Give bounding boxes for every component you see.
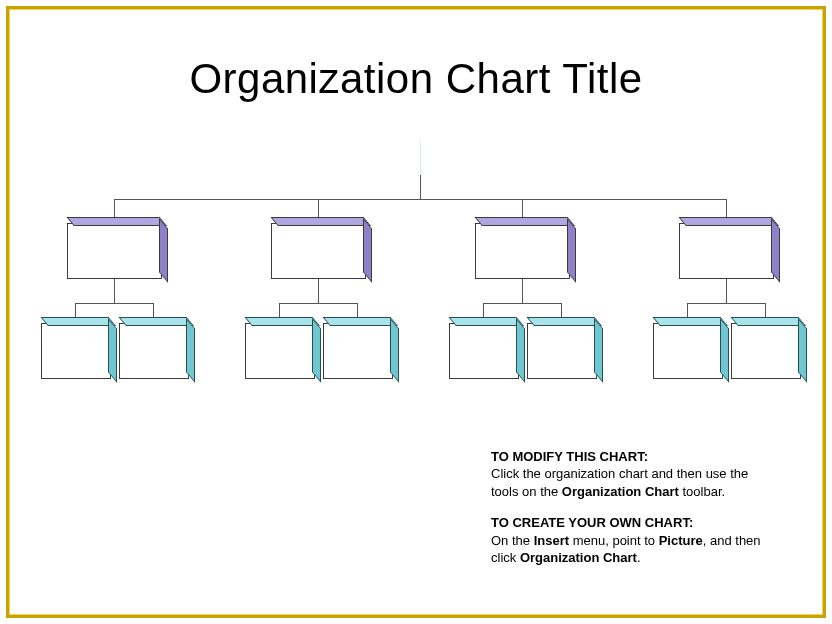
create-text-f: Organization Chart	[520, 550, 637, 565]
org-box-level2-3[interactable]	[475, 223, 570, 279]
mid4-down	[726, 279, 727, 303]
org-box-level2-1[interactable]	[67, 223, 162, 279]
create-text-g: .	[637, 550, 641, 565]
org-box-level3-3a[interactable]	[449, 323, 519, 379]
root-drop	[420, 175, 421, 199]
modify-header: TO MODIFY THIS CHART:	[491, 449, 648, 464]
mid2-down	[318, 279, 319, 303]
instructions-modify: TO MODIFY THIS CHART: Click the organiza…	[491, 448, 771, 501]
instructions-create: TO CREATE YOUR OWN CHART: On the Insert …	[491, 514, 771, 567]
org-box-level3-3b[interactable]	[527, 323, 597, 379]
bus-level2	[114, 199, 726, 200]
create-text-a: On the	[491, 533, 534, 548]
org-chart[interactable]	[49, 129, 783, 429]
mid4-bus	[687, 303, 765, 304]
org-box-level3-1a[interactable]	[41, 323, 111, 379]
root-stub	[420, 141, 421, 175]
org-box-level2-2[interactable]	[271, 223, 366, 279]
mid2-bus	[279, 303, 357, 304]
org-box-level2-4[interactable]	[679, 223, 774, 279]
create-text-c: menu, point to	[569, 533, 659, 548]
modify-text-b: Organization Chart	[562, 484, 679, 499]
gold-frame: Organization Chart Title	[6, 6, 826, 618]
create-text-b: Insert	[534, 533, 569, 548]
mid3-down	[522, 279, 523, 303]
org-box-level3-2b[interactable]	[323, 323, 393, 379]
modify-text-c: toolbar.	[679, 484, 725, 499]
mid3-bus	[483, 303, 561, 304]
create-text-d: Picture	[659, 533, 703, 548]
org-box-level3-2a[interactable]	[245, 323, 315, 379]
mid1-bus	[75, 303, 153, 304]
org-box-level3-1b[interactable]	[119, 323, 189, 379]
mid1-down	[114, 279, 115, 303]
instructions: TO MODIFY THIS CHART: Click the organiza…	[491, 448, 771, 581]
chart-title: Organization Chart Title	[9, 55, 823, 103]
org-box-level3-4a[interactable]	[653, 323, 723, 379]
create-header: TO CREATE YOUR OWN CHART:	[491, 515, 693, 530]
org-box-level3-4b[interactable]	[731, 323, 801, 379]
